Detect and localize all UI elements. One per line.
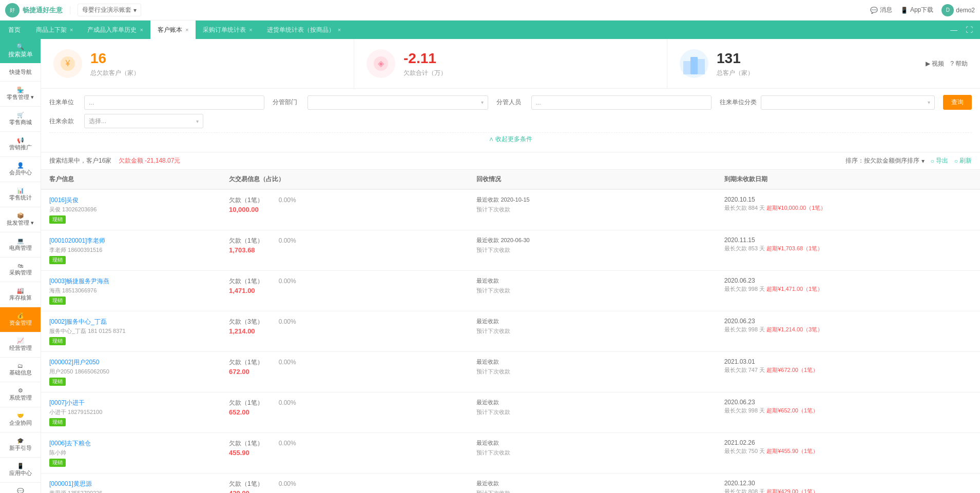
sidebar-item-quick-nav[interactable]: 快捷导航 (0, 63, 41, 82)
svg-text:◈: ◈ (378, 59, 385, 68)
play-icon: ▶ (926, 60, 930, 67)
overdue-cell: 2021.02.26 最长欠款 750 天 超期¥455.90（1笔） (724, 439, 972, 455)
overdue-days: 最长欠款 747 天 超期¥672.00（1笔） (724, 366, 972, 374)
col-header-customer: 客户信息 (49, 175, 229, 184)
customer-name[interactable]: [0006]去下粮仓 (49, 439, 229, 448)
customer-name[interactable]: [0002]服务中心_丁磊 (49, 318, 229, 326)
user-profile[interactable]: D demo2 (941, 4, 975, 16)
debt-amount[interactable]: 652.00 (229, 408, 476, 416)
debt-amount[interactable]: 10,000.00 (229, 206, 476, 213)
search-menu[interactable]: 🔍 搜索菜单 (0, 39, 41, 63)
sidebar-item-guide[interactable]: 🎓 新手引导 (0, 432, 41, 458)
customer-name[interactable]: [0016]吴俊 (49, 196, 229, 205)
sort-selector[interactable]: 排序：按欠款金额倒序排序 ▾ (846, 156, 925, 165)
collapse-more-conditions[interactable]: ∧ 收起更多条件 (49, 132, 972, 146)
sidebar-item-system[interactable]: ⚙ 系统管理 (0, 382, 41, 407)
sidebar-item-enterprise[interactable]: 🤝 企业协同 (0, 407, 41, 432)
sidebar-item-basics[interactable]: 🗂 基础信息 (0, 358, 41, 382)
overdue-cell: 2020.10.15 最长欠款 884 天 超期¥10,000.00（1笔） (724, 196, 972, 212)
customer-name[interactable]: [0001020001]李老师 (49, 236, 229, 245)
overdue-date: 2020.06.23 (724, 277, 972, 284)
debt-total-number: -2.11 (403, 50, 447, 67)
debt-amount[interactable]: 455.90 (229, 449, 476, 457)
sidebar-item-member[interactable]: 👤 会员中心 (0, 157, 41, 182)
maximize-icon[interactable]: ⛶ (963, 25, 976, 35)
logo-icon: 好 (5, 3, 20, 17)
sidebar-item-wholesale-mgmt[interactable]: 📦 批发管理 ▾ (0, 207, 41, 232)
close-tab-icon[interactable]: × (140, 27, 143, 33)
tab-production-history[interactable]: 产成品入库单历史 × (80, 21, 150, 39)
search-button[interactable]: 查询 (943, 95, 972, 110)
overdue-link[interactable]: 超期¥1,214.00（3笔） (766, 326, 823, 332)
debt-info-cell: 欠款（3笔） 0.00% 1,214.00 (229, 318, 476, 335)
refresh-button[interactable]: ○ 刷新 (954, 156, 972, 165)
debt-amount[interactable]: 1,214.00 (229, 327, 476, 335)
col-header-debt: 欠交易信息（占比） (229, 175, 476, 184)
debt-count: 欠款（3笔） (229, 318, 263, 326)
overdue-cell: 2021.03.01 最长欠款 747 天 超期¥672.00（1笔） (724, 358, 972, 374)
sidebar-item-purchase[interactable]: 🛍 采购管理 (0, 258, 41, 282)
balance-select[interactable]: 选择... ▾ (84, 114, 203, 128)
sidebar-item-retail-mall[interactable]: 🛒 零售商城 (0, 107, 41, 132)
overdue-link[interactable]: 超期¥429.00（1笔） (766, 488, 818, 493)
category-select[interactable]: ▾ (761, 95, 935, 110)
debt-amount[interactable]: 1,471.00 (229, 287, 476, 294)
debt-info-cell: 欠款（1笔） 0.00% 429.00 (229, 480, 476, 493)
table-row: [0016]吴俊 吴俊 13026203696 现销 欠款（1笔） 0.00% … (41, 190, 980, 230)
close-tab-icon[interactable]: × (338, 27, 341, 33)
debt-amount[interactable]: 429.00 (229, 489, 476, 493)
last-collection-date: 最近收款 2020-10-15 (476, 196, 724, 204)
close-tab-icon[interactable]: × (185, 27, 188, 33)
filter-label-dept: 分管部门 (273, 98, 303, 107)
sidebar-item-ecommerce[interactable]: 💻 电商管理 (0, 232, 41, 258)
sidebar-item-retail-mgmt[interactable]: 🏪 零售管理 ▾ (0, 82, 41, 107)
tab-customer-account[interactable]: 客户账本 × (150, 21, 196, 39)
debt-amount[interactable]: 1,703.68 (229, 246, 476, 254)
nav-right-controls: — ⛶ (947, 25, 980, 35)
export-button[interactable]: ○ 导出 (931, 156, 948, 165)
source-input[interactable]: ... (84, 95, 264, 110)
customer-contact: 陈小帅 (49, 449, 229, 457)
sidebar-item-apps[interactable]: 📱 应用中心 (0, 458, 41, 483)
sidebar-item-finance[interactable]: 💰 资金管理 (0, 307, 41, 332)
customer-name[interactable]: [000001]黄思源 (49, 480, 229, 488)
manager-input[interactable]: ... (531, 95, 712, 110)
debt-customers-label: 总欠款客户（家） (90, 69, 140, 77)
debt-percent: 0.00% (279, 278, 296, 285)
debt-amount[interactable]: 672.00 (229, 368, 476, 376)
last-collection-date: 最近收款 (476, 277, 724, 285)
tab-product-status[interactable]: 商品上下架 × (29, 21, 80, 39)
message-link[interactable]: 💬 消息 (870, 6, 892, 14)
minimize-icon[interactable]: — (947, 25, 960, 35)
sidebar-item-retail-stats[interactable]: 📊 零售统计 (0, 182, 41, 207)
overdue-link[interactable]: 超期¥455.90（1笔） (766, 448, 818, 454)
overdue-link[interactable]: 超期¥652.00（1笔） (766, 407, 818, 413)
tab-home[interactable]: 首页 (0, 21, 29, 39)
last-collection-date: 最近收款 (476, 399, 724, 406)
help-link[interactable]: ? 帮助 (950, 60, 968, 68)
customer-name[interactable]: [0003]畅捷服务尹海燕 (49, 277, 229, 286)
dept-select[interactable]: ▾ (308, 95, 488, 110)
overdue-link[interactable]: 超期¥1,471.00（1笔） (766, 286, 823, 292)
close-tab-icon[interactable]: × (70, 27, 73, 33)
store-selector[interactable]: 母婴行业演示账套 ▾ (78, 4, 141, 16)
tab-purchase-product-stats[interactable]: 进货单统计表（按商品） × (260, 21, 348, 39)
logo-area: 好 畅捷通好生意 母婴行业演示账套 ▾ (5, 3, 141, 17)
overdue-link[interactable]: 超期¥1,703.68（1笔） (766, 245, 823, 251)
balance-placeholder: 选择... (89, 117, 106, 126)
app-download-link[interactable]: 📱 App下载 (900, 6, 933, 14)
sidebar-item-marketing[interactable]: 📢 营销推广 (0, 132, 41, 157)
customer-name[interactable]: [000002]用户2050 (49, 358, 229, 367)
tab-purchase-stats[interactable]: 采购订单统计表 × (196, 21, 259, 39)
customer-name[interactable]: [0007]小进干 (49, 399, 229, 407)
video-link[interactable]: ▶ 视频 (926, 60, 944, 68)
debt-info-cell: 欠款（1笔） 0.00% 672.00 (229, 358, 476, 376)
overdue-link[interactable]: 超期¥10,000.00（1笔） (766, 205, 826, 211)
sidebar-item-inventory[interactable]: 🏭 库存核算 (0, 282, 41, 307)
sidebar-item-wechat[interactable]: 💬 企业微信 (0, 483, 41, 493)
filter-item-source: 往来单位 ... (49, 95, 264, 110)
sidebar-item-operations[interactable]: 📈 经营管理 (0, 332, 41, 358)
customer-info-cell: [000001]黄思源 黄思源 13552700226 现销 (49, 480, 229, 493)
close-tab-icon[interactable]: × (249, 27, 252, 33)
overdue-link[interactable]: 超期¥672.00（1笔） (766, 367, 818, 373)
